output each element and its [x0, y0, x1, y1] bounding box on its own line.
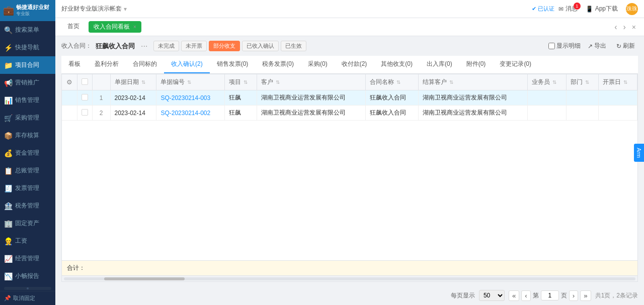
tab-close-button[interactable]: ×: [133, 24, 136, 30]
sidebar-item-发票管理[interactable]: 🧾发票管理: [0, 179, 55, 197]
th-salesperson[interactable]: 业务员⇅: [527, 74, 566, 90]
th-date[interactable]: 单据日期⇅: [110, 74, 156, 90]
app-download-button[interactable]: 📱 App下载: [586, 5, 618, 13]
row-checkbox[interactable]: [82, 109, 88, 116]
right-panel[interactable]: Arm: [634, 143, 644, 161]
first-page-button[interactable]: «: [509, 290, 519, 301]
th-project[interactable]: 项目⇅: [225, 74, 257, 90]
message-button[interactable]: ✉ 消息 1: [558, 5, 578, 13]
sidebar-item-总账管理[interactable]: 📋总账管理: [0, 162, 55, 179]
sub-tab-盈利分析[interactable]: 盈利分析: [88, 56, 126, 73]
row-code-link[interactable]: SQ-20230214-003: [160, 94, 210, 101]
scroll-track[interactable]: [64, 277, 635, 280]
sub-tab-附件(0)[interactable]: 附件(0): [459, 56, 493, 73]
company-selector[interactable]: 好业财专业版演示帐套 ▾: [61, 5, 528, 13]
last-page-button[interactable]: »: [580, 290, 591, 301]
table-row[interactable]: 2 2023-02-14 SQ-20230214-002 狂飙 湖南卫视商业运营…: [62, 106, 637, 121]
export-button[interactable]: ↗ 导出: [585, 40, 609, 52]
row-num: 2: [92, 106, 110, 121]
show-detail-checkbox-label[interactable]: 显示明细: [548, 42, 581, 50]
sub-tab-其他收支(0)[interactable]: 其他收支(0): [374, 56, 420, 73]
sub-tab-采购(0)[interactable]: 采购(0): [301, 56, 335, 73]
contract-more-button[interactable]: ···: [139, 42, 149, 51]
certified-badge: ✔ 已认证: [532, 5, 554, 13]
th-check[interactable]: [77, 74, 92, 90]
sub-tab-合同标的[interactable]: 合同标的: [126, 56, 164, 73]
sidebar-item-经营管理[interactable]: 📈经营管理: [0, 250, 55, 267]
status-btn-未完成[interactable]: 未完成: [153, 41, 179, 51]
sub-tab-收入确认(2)[interactable]: 收入确认(2): [164, 56, 210, 73]
sidebar-icon: 📁: [4, 61, 12, 69]
th-setting[interactable]: ⚙: [62, 74, 77, 90]
page-input[interactable]: [541, 290, 559, 300]
sidebar-item-营销推广[interactable]: 📢营销推广: [0, 74, 55, 91]
row-setting: [62, 90, 77, 106]
sidebar-item-工资[interactable]: 👷工资: [0, 232, 55, 250]
status-btn-部分收支[interactable]: 部分收支: [209, 41, 240, 51]
sub-tab-税务发票(0)[interactable]: 税务发票(0): [255, 56, 301, 73]
sidebar-item-项目合同[interactable]: 📁项目合同: [0, 56, 55, 74]
sort-date-icon: ⇅: [141, 79, 145, 85]
row-code[interactable]: SQ-20230214-002: [156, 106, 225, 121]
total-label: 合计：: [67, 264, 85, 272]
sub-tab-看板[interactable]: 看板: [61, 56, 88, 73]
select-all-checkbox[interactable]: [82, 78, 88, 85]
table-row[interactable]: 1 2023-02-14 SQ-20230214-003 狂飙 湖南卫视商业运营…: [62, 90, 637, 106]
sidebar-item-快捷导航[interactable]: ⚡快捷导航: [0, 39, 55, 56]
row-customer: 湖南卫视商业运营发展有限公司: [257, 90, 366, 106]
per-page-select[interactable]: 50 100 200: [479, 290, 505, 301]
th-open-date[interactable]: 开票日⇅: [598, 74, 637, 90]
sidebar-icon: 💰: [4, 149, 12, 157]
avatar[interactable]: 珠珠: [626, 3, 638, 15]
tab-home[interactable]: 首页: [61, 18, 86, 36]
sidebar-item-销售管理[interactable]: 📊销售管理: [0, 91, 55, 109]
sidebar-item-搜索菜单[interactable]: 🔍搜索菜单: [0, 21, 55, 39]
sort-code-icon: ⇅: [187, 79, 191, 85]
sort-dept-icon: ⇅: [585, 79, 589, 85]
horizontal-scrollbar[interactable]: [61, 276, 638, 282]
th-settlement-customer[interactable]: 结算客户⇅: [418, 74, 527, 90]
sidebar-logo[interactable]: 💼 畅捷通好业财 专业版: [0, 0, 55, 21]
sidebar-item-资金管理[interactable]: 💰资金管理: [0, 144, 55, 162]
page-content: 收入合同： 狂飙收入合同 ··· 未完成未开票部分收支已收入确认已生效 显示明细…: [55, 36, 644, 286]
tab-contract-board[interactable]: 收入合同看板 ×: [89, 21, 141, 33]
tab-close-all-button[interactable]: ×: [630, 22, 638, 32]
tab-next-button[interactable]: ›: [621, 22, 627, 33]
sub-tab-销售发票(0)[interactable]: 销售发票(0): [210, 56, 256, 73]
status-btn-未开票[interactable]: 未开票: [181, 41, 207, 51]
row-check[interactable]: [77, 90, 92, 106]
logo-text: 畅捷通好业财: [16, 4, 49, 11]
status-btn-已生效[interactable]: 已生效: [281, 41, 306, 51]
show-detail-checkbox[interactable]: [548, 43, 555, 49]
sidebar-item-label: 搜索菜单: [15, 26, 39, 34]
row-open-date: [598, 90, 637, 106]
scroll-thumb[interactable]: [104, 277, 185, 280]
next-page-button[interactable]: ›: [569, 290, 578, 301]
th-code[interactable]: 单据编号⇅: [156, 74, 225, 90]
th-customer[interactable]: 客户⇅: [257, 74, 366, 90]
row-code-link[interactable]: SQ-20230214-002: [160, 110, 210, 117]
sub-tab-收付款(2)[interactable]: 收付款(2): [335, 56, 374, 73]
sidebar-item-采购管理[interactable]: 🛒采购管理: [0, 109, 55, 127]
row-code[interactable]: SQ-20230214-003: [156, 90, 225, 106]
sub-tab-出入库(0)[interactable]: 出入库(0): [420, 56, 459, 73]
sidebar-unpin[interactable]: 📌 取消固定: [0, 291, 55, 305]
sidebar-item-固定资产[interactable]: 🏢固定资产: [0, 215, 55, 232]
refresh-button[interactable]: ↻ 刷新: [613, 40, 638, 52]
th-contract-name[interactable]: 合同名称⇅: [366, 74, 418, 90]
row-check[interactable]: [77, 106, 92, 121]
sidebar-item-税务管理[interactable]: 🏦税务管理: [0, 197, 55, 215]
settings-icon[interactable]: ⚙: [66, 78, 72, 86]
sidebar-item-基础信息[interactable]: ℹ️基础信息: [0, 285, 55, 286]
table-container[interactable]: ⚙ 单据日期⇅ 单据编号⇅ 项目⇅: [61, 74, 638, 261]
sidebar-item-label: 税务管理: [15, 201, 39, 210]
tab-prev-button[interactable]: ‹: [612, 22, 619, 33]
data-table: ⚙ 单据日期⇅ 单据编号⇅ 项目⇅: [62, 74, 637, 121]
sidebar-item-小畅报告[interactable]: 📉小畅报告: [0, 267, 55, 285]
prev-page-button[interactable]: ‹: [521, 290, 530, 301]
sub-tab-变更记录(0)[interactable]: 变更记录(0): [493, 56, 538, 73]
sidebar-item-库存核算[interactable]: 📦库存核算: [0, 127, 55, 144]
th-department[interactable]: 部门⇅: [567, 74, 598, 90]
status-btn-已收入确认[interactable]: 已收入确认: [242, 41, 279, 51]
row-checkbox[interactable]: [82, 94, 88, 100]
